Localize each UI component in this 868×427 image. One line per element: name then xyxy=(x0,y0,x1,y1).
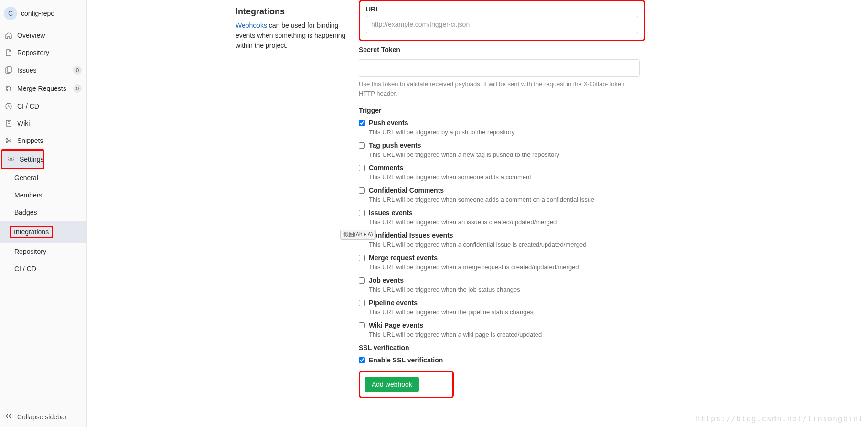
sidebar-item-label: Members xyxy=(14,191,42,199)
trigger-row: CommentsThis URL will be triggered when … xyxy=(359,164,645,181)
trigger-checkbox[interactable] xyxy=(359,255,365,261)
trigger-row: Tag push eventsThis URL will be triggere… xyxy=(359,142,645,158)
trigger-row: Confidential Issues eventsThis URL will … xyxy=(359,231,645,248)
svg-point-7 xyxy=(6,138,7,140)
trigger-checkbox[interactable] xyxy=(359,300,365,306)
section-title: Integrations xyxy=(236,7,360,17)
trigger-checkbox[interactable] xyxy=(359,187,365,194)
file-icon xyxy=(5,49,12,56)
collapse-sidebar[interactable]: Collapse sidebar xyxy=(0,406,86,427)
rocket-icon xyxy=(5,102,12,110)
sidebar-item-settings[interactable]: Settings xyxy=(2,151,43,168)
add-webhook-button[interactable]: Add webhook xyxy=(365,377,419,392)
sidebar-sub-cicd[interactable]: CI / CD xyxy=(0,260,86,277)
sidebar-sub-repository[interactable]: Repository xyxy=(0,243,86,260)
trigger-option[interactable]: Issues events xyxy=(359,209,645,217)
sidebar-item-label: Issues xyxy=(17,66,36,74)
trigger-option[interactable]: Merge request events xyxy=(359,254,645,262)
url-input[interactable] xyxy=(366,16,638,33)
issues-count-badge: 0 xyxy=(73,66,82,75)
trigger-label: Issues events xyxy=(369,209,413,217)
sidebar-sub-general[interactable]: General xyxy=(0,169,86,186)
sidebar-item-label: Snippets xyxy=(17,137,43,144)
trigger-row: Push eventsThis URL will be triggered by… xyxy=(359,119,645,136)
webhook-form: URL Secret Token Use this token to valid… xyxy=(359,0,645,398)
sidebar-item-repository[interactable]: Repository xyxy=(0,44,86,61)
trigger-row: Issues eventsThis URL will be triggered … xyxy=(359,209,645,226)
trigger-description: This URL will be triggered when a new ta… xyxy=(369,151,645,158)
url-field-group: URL xyxy=(359,0,645,41)
trigger-row: Wiki Page eventsThis URL will be trigger… xyxy=(359,321,645,338)
add-webhook-highlight: Add webhook xyxy=(359,371,454,398)
trigger-checkbox[interactable] xyxy=(359,210,365,216)
sidebar-sub-integrations[interactable]: Integrations xyxy=(0,221,86,243)
sidebar: C config-repo Overview Repository Issues… xyxy=(0,0,87,427)
trigger-checkbox[interactable] xyxy=(359,120,365,126)
sidebar-nav: Overview Repository Issues 0 Merge Reque… xyxy=(0,27,86,406)
settings-subnav: General Members Badges Integrations Repo… xyxy=(0,169,86,277)
trigger-option[interactable]: Job events xyxy=(359,276,645,284)
collapse-label: Collapse sidebar xyxy=(17,413,67,421)
ssl-label: SSL verification xyxy=(359,344,645,351)
trigger-label: Job events xyxy=(369,276,404,284)
trigger-checkbox[interactable] xyxy=(359,142,365,149)
sidebar-sub-badges[interactable]: Badges xyxy=(0,204,86,221)
trigger-option[interactable]: Push events xyxy=(359,119,645,127)
svg-point-3 xyxy=(6,89,7,91)
trigger-option[interactable]: Wiki Page events xyxy=(359,321,645,329)
sidebar-item-snippets[interactable]: Snippets xyxy=(0,132,86,149)
trigger-option[interactable]: Confidential Issues events xyxy=(359,231,645,239)
section-description: Webhooks can be used for binding events … xyxy=(236,21,360,51)
home-icon xyxy=(5,32,12,39)
trigger-label: Tag push events xyxy=(369,142,421,149)
trigger-row: Merge request eventsThis URL will be tri… xyxy=(359,254,645,271)
trigger-label: Pipeline events xyxy=(369,299,418,307)
trigger-checkbox[interactable] xyxy=(359,322,365,328)
project-name: config-repo xyxy=(21,10,54,17)
issue-icon xyxy=(5,66,12,74)
trigger-label: Wiki Page events xyxy=(369,321,423,329)
svg-point-4 xyxy=(10,89,11,91)
ssl-enable-checkbox[interactable] xyxy=(359,357,365,363)
sidebar-item-wiki[interactable]: Wiki xyxy=(0,115,86,132)
trigger-option[interactable]: Comments xyxy=(359,164,645,172)
ssl-enable-row[interactable]: Enable SSL verification xyxy=(359,356,645,364)
main-content: Integrations Webhooks can be used for bi… xyxy=(236,0,761,7)
trigger-description: This URL will be triggered when a merge … xyxy=(369,263,645,271)
trigger-description: This URL will be triggered by a push to … xyxy=(369,129,645,136)
trigger-option[interactable]: Pipeline events xyxy=(359,299,645,307)
svg-rect-1 xyxy=(7,67,11,72)
token-input[interactable] xyxy=(359,59,640,77)
merge-icon xyxy=(5,85,12,92)
sidebar-item-label: Wiki xyxy=(17,120,30,127)
webhooks-link[interactable]: Webhooks xyxy=(236,22,267,29)
mr-count-badge: 0 xyxy=(73,84,82,93)
trigger-label: Confidential Comments xyxy=(369,186,444,194)
sidebar-item-label: Settings xyxy=(20,155,44,163)
sidebar-sub-members[interactable]: Members xyxy=(0,186,86,204)
sidebar-item-label: General xyxy=(14,174,38,182)
trigger-label: Trigger xyxy=(359,107,645,114)
trigger-option[interactable]: Tag push events xyxy=(359,142,645,149)
svg-point-9 xyxy=(10,158,12,160)
sidebar-header: C config-repo xyxy=(0,0,86,27)
ssl-enable-label: Enable SSL verification xyxy=(369,356,443,364)
trigger-checkbox[interactable] xyxy=(359,277,365,284)
url-label: URL xyxy=(366,5,638,13)
trigger-description: This URL will be triggered when someone … xyxy=(369,174,645,181)
token-help-text: Use this token to validate received payl… xyxy=(359,79,640,98)
token-field-group: Secret Token Use this token to validate … xyxy=(359,46,645,98)
trigger-option[interactable]: Confidential Comments xyxy=(359,186,645,194)
sidebar-item-merge-requests[interactable]: Merge Requests 0 xyxy=(0,79,86,98)
trigger-label: Push events xyxy=(369,119,408,127)
sidebar-item-label: Merge Requests xyxy=(17,85,66,92)
svg-point-2 xyxy=(6,86,7,87)
sidebar-item-issues[interactable]: Issues 0 xyxy=(0,61,86,79)
trigger-checkbox[interactable] xyxy=(359,165,365,171)
watermark: https://blog.csdn.net/linsongbin1 xyxy=(696,414,863,423)
sidebar-item-cicd[interactable]: CI / CD xyxy=(0,98,86,115)
sidebar-item-label: Integrations xyxy=(14,228,49,236)
sidebar-item-overview[interactable]: Overview xyxy=(0,27,86,44)
chevron-left-icon xyxy=(5,412,12,421)
scissors-icon xyxy=(5,137,12,144)
